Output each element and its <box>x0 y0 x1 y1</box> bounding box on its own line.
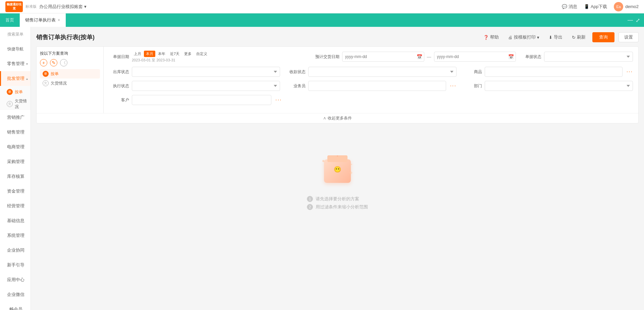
sidebar-sub-by-order[interactable]: 单 按单 <box>0 86 31 98</box>
module-selector[interactable]: 办公用品行业模拟账套 ▾ <box>39 4 87 10</box>
sidebar-item-inventory[interactable]: 库存核算 <box>0 169 31 184</box>
customer-input[interactable] <box>132 95 271 105</box>
tab-home[interactable]: 首页 <box>0 13 20 27</box>
hint-number-2: 2 <box>307 204 313 210</box>
date-tab-last-month[interactable]: 上月 <box>132 51 143 57</box>
empty-hint-1: 1 请先选择要分析的方案 <box>307 196 368 202</box>
sidebar-item-ecommerce[interactable]: 电商管理 <box>0 140 31 154</box>
settings-button[interactable]: 设置 <box>619 32 639 42</box>
filter-item-date: 单据日期 上月 本月 本年 近7天 更多 自定义 2023-03-01 至 20… <box>109 51 310 63</box>
sidebar-item-operations[interactable]: 经营管理 <box>0 199 31 213</box>
collapse-bar[interactable]: ∧ 收起更多条件 <box>37 113 638 123</box>
hint-number-1: 1 <box>307 196 313 202</box>
sidebar-item-retail[interactable]: 零售管理 ▾ <box>0 56 31 71</box>
messages-button[interactable]: 💬 消息 <box>562 4 577 10</box>
predicted-date-to-wrapper: 📅 <box>434 52 516 62</box>
top-header: 畅捷通好生意 标准版 办公用品行业模拟账套 ▾ 💬 消息 📱 App下载 Ea … <box>0 0 644 13</box>
sidebar-item-enterprise-wechat[interactable]: 企业微信 <box>0 287 31 302</box>
order-status-select[interactable] <box>544 52 633 62</box>
filter-item-execution-status: 执行状态 <box>109 81 280 91</box>
filter-panel: 按以下方案查询 + ✎ 《 单 按单 <box>36 46 639 123</box>
filter-item-order-status: 单据状态 <box>521 52 633 62</box>
user-menu[interactable]: Ea demo2 <box>614 2 639 11</box>
message-icon: 💬 <box>562 4 567 9</box>
chevron-down-icon: ▴ <box>26 77 28 81</box>
sidebar-item-enterprise[interactable]: 企业协同 <box>0 243 31 258</box>
execution-status-label: 执行状态 <box>109 83 129 89</box>
export-button[interactable]: ⬇ 导出 <box>546 33 565 42</box>
date-tab-7days[interactable]: 近7天 <box>168 51 181 57</box>
sidebar-search[interactable]: 搜索菜单 <box>0 27 31 42</box>
predicted-date-from-input[interactable] <box>342 52 424 62</box>
refresh-button[interactable]: ↻ 刷新 <box>569 33 588 42</box>
date-tab-this-year[interactable]: 本年 <box>156 51 167 57</box>
predicted-date-to-input[interactable] <box>434 52 516 62</box>
goods-input[interactable] <box>485 67 623 77</box>
date-tab-more[interactable]: 更多 <box>182 51 194 57</box>
avatar: Ea <box>614 2 623 11</box>
svg-point-1 <box>351 164 352 165</box>
scheme-item-shortage[interactable]: 欠 欠货情况 <box>40 79 100 88</box>
delivery-status-select[interactable] <box>132 67 280 77</box>
filter-row-4: 客户 ··· <box>109 95 633 105</box>
help-button[interactable]: ❓ 帮助 <box>481 33 501 42</box>
filter-panel-inner: 按以下方案查询 + ✎ 《 单 按单 <box>37 47 638 113</box>
salesperson-more-icon[interactable]: ··· <box>450 83 457 89</box>
execution-status-select[interactable] <box>132 81 280 91</box>
print-button[interactable]: 🖨 按模板打印 ▾ <box>505 33 542 42</box>
sidebar-item-basic-info[interactable]: 基础信息 <box>0 213 31 228</box>
minimize-icon[interactable]: — <box>628 17 633 23</box>
sidebar-item-marketing[interactable]: 营销推广 <box>0 110 31 125</box>
filter-item-delivery-status: 出库状态 <box>109 67 280 77</box>
payment-status-label: 收款状态 <box>285 69 306 75</box>
query-button[interactable]: 查询 <box>592 32 614 42</box>
page-title-bar: 销售订单执行表(按单) ❓ 帮助 🖨 按模板打印 ▾ ⬇ 导出 ↻ 刷新 查询 … <box>36 32 639 42</box>
scheme-item-by-order[interactable]: 单 按单 <box>40 69 100 79</box>
sidebar-item-guide[interactable]: 新手引导 <box>0 258 31 272</box>
order-status-label: 单据状态 <box>521 54 541 60</box>
sidebar-item-membership[interactable]: 畅会员 <box>0 302 31 310</box>
edit-scheme-button[interactable]: ✎ <box>50 59 57 66</box>
tab-close-icon[interactable]: × <box>58 18 60 22</box>
customer-more-icon[interactable]: ··· <box>275 97 282 103</box>
department-label: 部门 <box>462 83 482 89</box>
empty-hint-2: 2 用过滤条件来缩小分析范围 <box>307 204 368 210</box>
nav-tabs-right: — ⤢ <box>628 17 644 23</box>
collapse-scheme-button[interactable]: 《 <box>60 59 67 66</box>
app-subtitle: 标准版 <box>25 4 37 9</box>
filter-item-goods: 商品 ··· <box>462 67 633 77</box>
scheme-outline-icon: 欠 <box>43 80 49 86</box>
date-tab-custom[interactable]: 自定义 <box>194 51 209 57</box>
salesperson-label: 业务员 <box>285 83 306 89</box>
sidebar-item-finance[interactable]: 资金管理 <box>0 184 31 199</box>
maximize-icon[interactable]: ⤢ <box>636 17 640 23</box>
goods-more-icon[interactable]: ··· <box>627 69 633 75</box>
sidebar-quick-nav[interactable]: 快捷导航 <box>0 42 31 56</box>
date-tab-this-month[interactable]: 本月 <box>144 51 155 57</box>
department-select[interactable] <box>485 81 633 91</box>
filter-row-2: 出库状态 收款状态 商品 ··· <box>109 67 633 77</box>
filter-item-salesperson: 业务员 ··· <box>285 81 457 91</box>
app-download-button[interactable]: 📱 App下载 <box>584 4 607 10</box>
sidebar-item-system[interactable]: 系统管理 <box>0 228 31 243</box>
chevron-down-icon: ▾ <box>84 4 87 9</box>
sidebar-item-purchase[interactable]: 采购管理 <box>0 154 31 169</box>
salesperson-input[interactable] <box>308 81 446 91</box>
goods-label: 商品 <box>462 69 482 75</box>
add-scheme-button[interactable]: + <box>40 59 47 66</box>
tab-sales-order[interactable]: 销售订单执行表 × <box>20 13 66 27</box>
filter-item-payment-status: 收款状态 <box>285 67 457 77</box>
app-logo: 畅捷通好生意 <box>5 1 23 12</box>
sidebar-sub-shortage[interactable]: 欠 欠货情况 <box>0 98 31 110</box>
sidebar-item-sales[interactable]: 销售管理 <box>0 125 31 140</box>
sidebar-item-wholesale[interactable]: 批发管理 ▴ <box>0 71 31 86</box>
payment-status-select[interactable] <box>308 67 457 77</box>
sidebar-sub-wholesale: 单 按单 欠 欠货情况 <box>0 86 31 110</box>
filter-scheme-title: 按以下方案查询 <box>40 51 100 56</box>
predicted-date-group: 📅 — 📅 <box>342 52 516 62</box>
refresh-icon: ↻ <box>572 35 576 40</box>
empty-illustration: 😶 <box>321 154 354 188</box>
sidebar: 搜索菜单 快捷导航 零售管理 ▾ 批发管理 ▴ 单 按单 欠 欠货情况 营销推广… <box>0 27 31 310</box>
collapse-icon: ∧ <box>323 116 327 120</box>
sidebar-item-app-center[interactable]: 应用中心 <box>0 272 31 287</box>
